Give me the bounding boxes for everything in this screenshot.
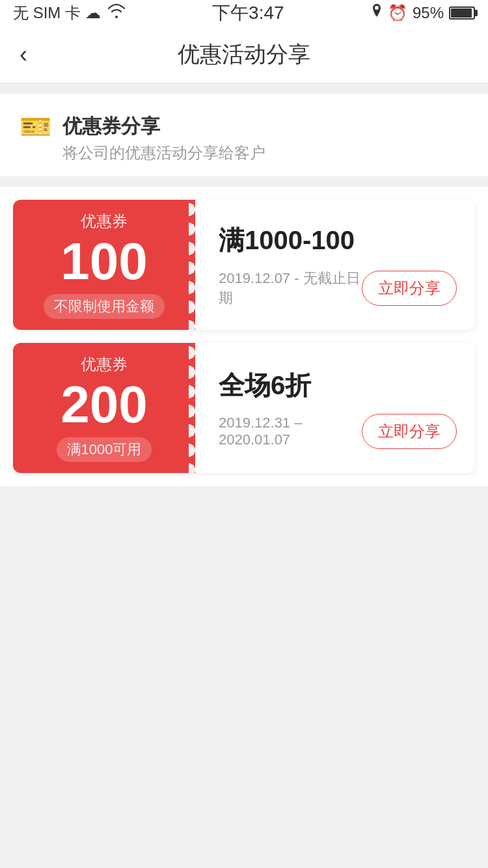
status-right: ⏰ 95% xyxy=(371,4,475,22)
section-subtitle: 将公司的优惠活动分享给客户 xyxy=(62,142,265,163)
section-header: 🎫 优惠券分享 将公司的优惠活动分享给客户 xyxy=(0,94,488,176)
coupon-left-1: 优惠券 100 不限制使用金额 xyxy=(13,200,195,330)
battery-icon xyxy=(449,7,475,20)
section-text: 优惠券分享 将公司的优惠活动分享给客户 xyxy=(62,113,265,163)
coupon-right-2: 全场6折 2019.12.31 – 2020.01.07 立即分享 xyxy=(195,343,475,473)
wifi-icon xyxy=(107,4,126,22)
section-title: 优惠券分享 xyxy=(62,113,265,140)
share-button-1[interactable]: 立即分享 xyxy=(362,271,457,306)
coupon-amount-1: 100 xyxy=(61,236,147,288)
status-time: 下午3:47 xyxy=(212,1,284,25)
coupon-right-1: 满1000-100 2019.12.07 - 无截止日期 立即分享 xyxy=(195,200,475,330)
coupon-meta-1: 2019.12.07 - 无截止日期 立即分享 xyxy=(219,269,457,308)
status-left: 无 SIM 卡 ☁ xyxy=(13,3,126,23)
coupon-card-1: 优惠券 100 不限制使用金额 满1000-100 2019.12.07 - 无… xyxy=(13,200,475,330)
coupon-share-icon: 🎫 xyxy=(20,113,52,139)
coupon-card-2: 优惠券 200 满1000可用 全场6折 2019.12.31 – 2020.0… xyxy=(13,343,475,473)
coupon-condition-1: 不限制使用金额 xyxy=(44,294,165,319)
sim-status: 无 SIM 卡 ☁ xyxy=(13,3,101,23)
share-button-2[interactable]: 立即分享 xyxy=(362,414,457,449)
coupon-name-2: 全场6折 xyxy=(219,368,457,403)
coupon-list: 优惠券 100 不限制使用金额 满1000-100 2019.12.07 - 无… xyxy=(0,187,488,486)
bottom-area xyxy=(0,486,488,868)
nav-bar: ‹ 优惠活动分享 xyxy=(0,26,488,83)
coupon-name-1: 满1000-100 xyxy=(219,223,457,258)
battery-percent: 95% xyxy=(413,4,444,22)
page-title: 优惠活动分享 xyxy=(178,40,310,70)
back-button[interactable]: ‹ xyxy=(20,41,27,68)
coupon-amount-2: 200 xyxy=(61,379,147,431)
coupon-label-1: 优惠券 xyxy=(81,211,128,232)
coupon-condition-2: 满1000可用 xyxy=(57,437,152,462)
status-bar: 无 SIM 卡 ☁ 下午3:47 ⏰ 95% xyxy=(0,0,488,26)
coupon-left-2: 优惠券 200 满1000可用 xyxy=(13,343,195,473)
coupon-label-2: 优惠券 xyxy=(81,354,128,375)
alarm-icon: ⏰ xyxy=(388,4,407,22)
coupon-meta-2: 2019.12.31 – 2020.01.07 立即分享 xyxy=(219,414,457,449)
coupon-date-1: 2019.12.07 - 无截止日期 xyxy=(219,269,362,308)
coupon-date-2: 2019.12.31 – 2020.01.07 xyxy=(219,414,362,448)
location-icon xyxy=(371,4,383,22)
